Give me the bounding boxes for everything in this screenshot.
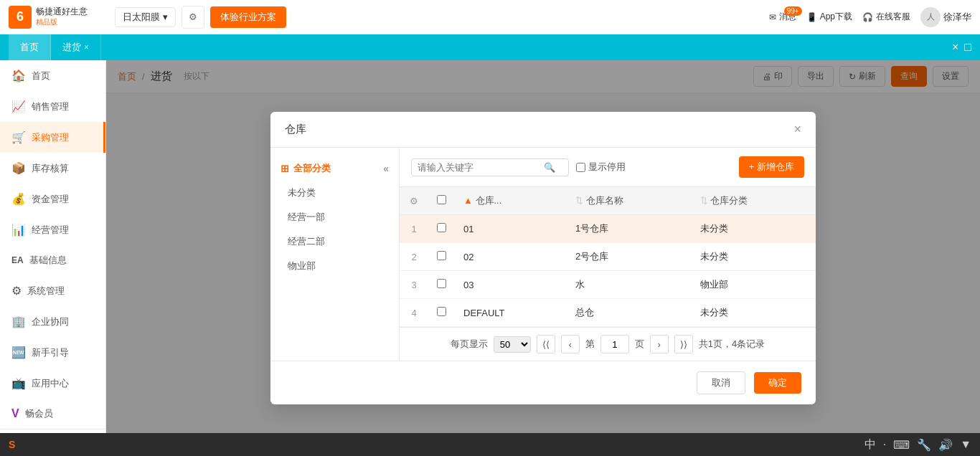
tree-item-dept2[interactable]: 经营二部 bbox=[270, 229, 399, 254]
nav-tab-purchase[interactable]: 进货 × bbox=[51, 34, 101, 60]
nav-tab-home[interactable]: 首页 bbox=[9, 34, 51, 60]
user-area[interactable]: 人 徐泽华 bbox=[920, 7, 971, 27]
avatar: 人 bbox=[920, 7, 941, 27]
messages-button[interactable]: ✉ 消息 99+ bbox=[769, 11, 796, 23]
tree-item-uncategorized[interactable]: 未分类 bbox=[270, 181, 399, 205]
more-icon[interactable]: ▼ bbox=[960, 438, 971, 451]
modal-body: ⊞ 全部分类 « 未分类 经营一部 经营二部 bbox=[270, 148, 816, 361]
logo-icon: 6 bbox=[9, 6, 32, 29]
col-checkbox bbox=[428, 187, 455, 215]
tree-root[interactable]: ⊞ 全部分类 « bbox=[270, 156, 399, 181]
confirm-button[interactable]: 确定 bbox=[754, 372, 801, 394]
row-check-2[interactable] bbox=[428, 243, 455, 271]
nav-expand-button[interactable]: □ bbox=[964, 41, 971, 54]
page-number-input[interactable] bbox=[600, 335, 629, 353]
logo-area: 6 畅捷通好生意 精品版 bbox=[9, 6, 115, 29]
col-num: ⚙ bbox=[400, 187, 428, 215]
col-category-header: ⇅ 仓库分类 bbox=[692, 187, 816, 215]
store-selector[interactable]: 日太阳膜 ▾ bbox=[115, 7, 176, 27]
sidebar-item-home[interactable]: 🏠 首页 bbox=[0, 60, 105, 91]
per-page-label: 每页显示 bbox=[451, 338, 488, 351]
warehouse-modal: 仓库 × ⊞ 全部分类 « 未分类 bbox=[270, 112, 816, 404]
page-total: 共1页，4条记录 bbox=[699, 338, 765, 351]
row-code-1: 01 bbox=[455, 215, 567, 243]
row-check-4[interactable] bbox=[428, 299, 455, 327]
per-page-select[interactable]: 50 100 200 bbox=[494, 336, 531, 353]
sidebar-item-apps[interactable]: 📺 应用中心 bbox=[0, 368, 105, 399]
cancel-button[interactable]: 取消 bbox=[697, 371, 745, 394]
show-disabled-checkbox[interactable] bbox=[576, 163, 585, 172]
message-icon: ✉ bbox=[769, 12, 776, 22]
table-row[interactable]: 2 02 2号仓库 未分类 bbox=[400, 243, 816, 271]
dot-icon[interactable]: · bbox=[883, 438, 886, 451]
row-code-3: 03 bbox=[455, 271, 567, 299]
show-disabled-label[interactable]: 显示停用 bbox=[576, 161, 626, 174]
header-mid: 日太阳膜 ▾ ⚙ 体验行业方案 bbox=[115, 6, 769, 29]
gear-button[interactable]: ⚙ bbox=[182, 6, 204, 29]
row-name-4: 总仓 bbox=[567, 299, 691, 327]
row-num-4: 4 bbox=[400, 299, 428, 327]
row-check-3[interactable] bbox=[428, 271, 455, 299]
sidebar-item-inventory[interactable]: 📦 库存核算 bbox=[0, 153, 105, 184]
sidebar-item-finance[interactable]: 💰 资金管理 bbox=[0, 184, 105, 214]
modal-table: ⚙ ▲ 仓库... bbox=[400, 187, 816, 327]
row-category-3: 物业部 bbox=[692, 271, 816, 299]
search-icon[interactable]: 🔍 bbox=[544, 162, 555, 173]
sidebar: 🏠 首页 📈 销售管理 🛒 采购管理 📦 库存核算 💰 资金管理 📊 经营管理 … bbox=[0, 60, 106, 456]
apps-icon: 📺 bbox=[11, 376, 26, 390]
tree-item-property[interactable]: 物业部 bbox=[270, 254, 399, 278]
headset-icon: 🎧 bbox=[862, 12, 873, 22]
sidebar-item-system[interactable]: ⚙ 系统管理 bbox=[0, 275, 105, 306]
page-label-prefix: 第 bbox=[585, 338, 595, 351]
online-service-button[interactable]: 🎧 在线客服 bbox=[862, 11, 910, 23]
gear-col-icon: ⚙ bbox=[410, 196, 418, 206]
page-next-button[interactable]: › bbox=[650, 335, 669, 353]
purchase-icon: 🛒 bbox=[11, 130, 26, 144]
app-download-button[interactable]: 📱 App下载 bbox=[806, 11, 852, 23]
row-num-3: 3 bbox=[400, 271, 428, 299]
mobile-icon: 📱 bbox=[806, 12, 817, 22]
col-code-header: ▲ 仓库... bbox=[455, 187, 567, 215]
row-code-4: DEFAULT bbox=[455, 299, 567, 327]
sidebar-item-purchase[interactable]: 🛒 采购管理 bbox=[0, 122, 105, 153]
add-warehouse-button[interactable]: + 新增仓库 bbox=[739, 156, 804, 178]
member-icon: V bbox=[11, 407, 19, 420]
nav-close-button[interactable]: × bbox=[952, 41, 958, 54]
tree-root-label: 全部分类 bbox=[293, 162, 331, 175]
search-input[interactable] bbox=[418, 162, 540, 173]
row-name-1: 1号仓库 bbox=[567, 215, 691, 243]
operations-icon: 📊 bbox=[11, 223, 26, 237]
main-layout: 🏠 首页 📈 销售管理 🛒 采购管理 📦 库存核算 💰 资金管理 📊 经营管理 … bbox=[0, 60, 980, 456]
row-code-2: 02 bbox=[455, 243, 567, 271]
sidebar-item-member[interactable]: V 畅会员 bbox=[0, 399, 105, 429]
table-header-row: ⚙ ▲ 仓库... bbox=[400, 187, 816, 215]
table-row[interactable]: 1 01 1号仓库 未分类 bbox=[400, 215, 816, 243]
tools-icon[interactable]: 🔧 bbox=[917, 438, 931, 452]
tree-item-dept1[interactable]: 经营一部 bbox=[270, 205, 399, 229]
sales-icon: 📈 bbox=[11, 100, 26, 113]
page-last-button[interactable]: ⟩⟩ bbox=[674, 335, 693, 353]
page-prev-button[interactable]: ‹ bbox=[561, 335, 580, 353]
table-row[interactable]: 4 DEFAULT 总仓 未分类 bbox=[400, 299, 816, 327]
page-first-button[interactable]: ⟨⟨ bbox=[537, 335, 555, 353]
row-check-1[interactable] bbox=[428, 215, 455, 243]
sort-icon2: ⇅ bbox=[575, 195, 583, 206]
nav-tab-close-icon[interactable]: × bbox=[84, 42, 89, 52]
sidebar-item-operations[interactable]: 📊 经营管理 bbox=[0, 214, 105, 245]
sidebar-item-guide[interactable]: 🆕 新手引导 bbox=[0, 337, 105, 368]
tree-collapse-button[interactable]: « bbox=[383, 163, 389, 174]
sidebar-item-enterprise[interactable]: 🏢 企业协同 bbox=[0, 306, 105, 337]
table-row[interactable]: 3 03 水 物业部 bbox=[400, 271, 816, 299]
ime-icon[interactable]: 中 bbox=[864, 437, 876, 452]
keyboard-icon[interactable]: ⌨ bbox=[893, 438, 910, 452]
row-category-2: 未分类 bbox=[692, 243, 816, 271]
row-category-4: 未分类 bbox=[692, 299, 816, 327]
select-all-checkbox[interactable] bbox=[437, 195, 446, 204]
try-industry-button[interactable]: 体验行业方案 bbox=[210, 6, 286, 28]
modal-close-button[interactable]: × bbox=[793, 122, 801, 137]
volume-icon[interactable]: 🔊 bbox=[938, 438, 953, 452]
sidebar-item-basic-info[interactable]: EA 基础信息 bbox=[0, 245, 105, 275]
guide-icon: 🆕 bbox=[11, 346, 26, 359]
messages-badge: 99+ bbox=[784, 6, 802, 16]
sidebar-item-sales[interactable]: 📈 销售管理 bbox=[0, 91, 105, 122]
